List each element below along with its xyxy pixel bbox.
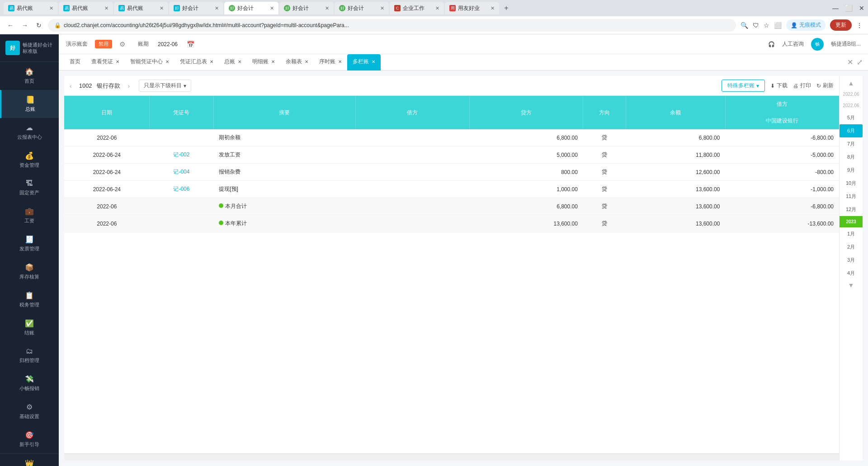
sidebar-item-settings[interactable]: ⚙ 基础设置 — [0, 397, 59, 425]
wuhen-mode-button[interactable]: 👤 无痕模式 — [786, 19, 826, 31]
tab-expand-icon[interactable]: ⤢ — [857, 58, 863, 66]
tab-collapse-left-icon[interactable]: ✕ — [847, 58, 853, 66]
sidebar-item-reports[interactable]: ☁ 云报表中心 — [0, 118, 59, 146]
close-button[interactable]: ✕ — [859, 5, 864, 12]
voucher-link[interactable]: 记-002 — [173, 151, 189, 158]
cell-credit: 6,800.00 — [469, 129, 583, 146]
tab-close-8[interactable]: ✕ — [435, 5, 439, 11]
sidebar-item-member[interactable]: 👑 畅会员 — [0, 454, 59, 466]
tab-sequence-ledger-close[interactable]: ✕ — [338, 59, 342, 64]
browser-tab-6[interactable]: 好 好会计 ✕ — [279, 2, 334, 14]
month-nav-2022-06-1[interactable]: 2022.06 — [840, 89, 863, 100]
tab-close-6[interactable]: ✕ — [325, 5, 329, 11]
browser-tab-3[interactable]: 易 易代账 ✕ — [114, 2, 168, 14]
sidebar-item-invoice[interactable]: 🧾 发票管理 — [0, 230, 59, 258]
tab-close-7[interactable]: ✕ — [380, 5, 384, 11]
tab-voucher-summary[interactable]: 凭证汇总表 ✕ — [175, 54, 219, 71]
reload-button[interactable]: ↻ — [34, 20, 43, 31]
sidebar-item-assets[interactable]: 🏗 固定资产 — [0, 174, 59, 202]
tab-sequence-ledger[interactable]: 序时账 ✕ — [314, 54, 347, 71]
sidebar-item-salary[interactable]: 💼 工资 — [0, 202, 59, 230]
browser-tab-8[interactable]: C 企业工作 ✕ — [390, 2, 444, 14]
calendar-icon[interactable]: 📅 — [187, 41, 194, 48]
month-nav-2022-06-2[interactable]: 2022.06 — [840, 100, 863, 111]
month-nav-oct[interactable]: 10月 — [840, 177, 863, 190]
sidebar-item-tax[interactable]: 📋 税务管理 — [0, 286, 59, 314]
month-nav-sep[interactable]: 9月 — [840, 164, 863, 177]
browser-tab-9[interactable]: 用 用友好业 ✕ — [445, 2, 499, 14]
tab-multi-column[interactable]: 多栏账 ✕ — [347, 54, 381, 71]
tab-close-4[interactable]: ✕ — [215, 5, 219, 11]
tab-smart-voucher[interactable]: 智能凭证中心 ✕ — [125, 54, 175, 71]
month-nav-dec[interactable]: 12月 — [840, 203, 863, 216]
month-nav-up[interactable]: ▲ — [846, 78, 856, 89]
sidebar-item-ledger[interactable]: 📒 总账 — [0, 90, 59, 118]
consult-label[interactable]: 人工咨询 — [782, 40, 804, 48]
tab-balance-sheet[interactable]: 余额表 ✕ — [280, 54, 314, 71]
search-icon[interactable]: 🔍 — [741, 22, 748, 29]
month-nav-feb[interactable]: 2月 — [840, 240, 863, 254]
sidebar-item-close[interactable]: ✅ 结账 — [0, 314, 59, 342]
url-input[interactable]: 🔒 cloud2.chanjet.com/accounting/uh26t264… — [48, 19, 736, 32]
tab-close-3[interactable]: ✕ — [160, 5, 164, 11]
tab-general-ledger[interactable]: 总账 ✕ — [219, 54, 247, 71]
tab-voucher-view-close[interactable]: ✕ — [116, 59, 119, 64]
tab-close-2[interactable]: ✕ — [104, 5, 108, 11]
browser-tab-4[interactable]: 好 好会计 ✕ — [169, 2, 223, 14]
sidebar-item-archive[interactable]: 🗂 归档管理 — [0, 342, 59, 369]
month-nav-july[interactable]: 7月 — [840, 137, 863, 151]
tab-close-9[interactable]: ✕ — [491, 5, 495, 11]
month-nav-nov[interactable]: 11月 — [840, 190, 863, 203]
sidebar-item-expense[interactable]: 💸 小畅报销 — [0, 369, 59, 397]
tab-home[interactable]: 首页 — [64, 54, 86, 71]
month-nav-down[interactable]: ▼ — [846, 280, 856, 291]
tab-close-1[interactable]: ✕ — [49, 5, 53, 11]
maximize-button[interactable]: ⬜ — [845, 5, 853, 12]
menu-icon[interactable]: ⋮ — [856, 22, 863, 29]
tab-voucher-view[interactable]: 查看凭证 ✕ — [86, 54, 125, 71]
star-icon[interactable]: ☆ — [764, 22, 769, 29]
tab-balance-sheet-close[interactable]: ✕ — [305, 59, 308, 64]
special-multicolumn-button[interactable]: 特殊多栏账 ▾ — [722, 80, 765, 92]
tab-close-5[interactable]: ✕ — [270, 5, 274, 11]
ledger-table: 日期 凭证号 摘要 借方 贷方 方向 余额 借方 中国建设银行 — [64, 96, 839, 453]
sidebar-item-home[interactable]: 🏠 首页 — [0, 62, 59, 90]
tab-detail-ledger-close[interactable]: ✕ — [271, 59, 275, 64]
settings-gear-icon[interactable]: ⚙ — [119, 40, 125, 48]
next-account-button[interactable]: › — [127, 82, 130, 89]
sidebar-item-guide[interactable]: 🎯 新手引导 — [0, 425, 59, 453]
browser-tab-2[interactable]: 易 易代账 ✕ — [59, 2, 113, 14]
back-button[interactable]: ← — [5, 20, 15, 31]
tab-detail-ledger[interactable]: 明细账 ✕ — [247, 54, 280, 71]
horizontal-scrollbar[interactable] — [64, 453, 839, 461]
download-button[interactable]: ⬇ 下载 — [770, 82, 788, 89]
browser-tab-5[interactable]: 好 好会计 ✕ — [224, 2, 278, 14]
tab-smart-voucher-close[interactable]: ✕ — [165, 59, 169, 64]
voucher-link[interactable]: 记-004 — [173, 169, 189, 175]
voucher-link[interactable]: 记-006 — [173, 186, 189, 192]
month-nav-mar[interactable]: 3月 — [840, 254, 863, 267]
prev-account-button[interactable]: ‹ — [70, 82, 72, 89]
month-nav-apr[interactable]: 4月 — [840, 267, 863, 280]
month-nav-aug[interactable]: 8月 — [840, 151, 863, 164]
tab-voucher-summary-close[interactable]: ✕ — [210, 59, 213, 64]
extensions-icon[interactable]: ⬜ — [774, 22, 782, 29]
tab-multi-column-close[interactable]: ✕ — [372, 59, 375, 64]
minimize-button[interactable]: — — [832, 5, 839, 12]
refresh-button[interactable]: ↻ 刷新 — [816, 82, 834, 89]
forward-button[interactable]: → — [20, 20, 30, 31]
sub-filter-button[interactable]: 只显示下级科目 ▾ — [139, 80, 191, 92]
print-button[interactable]: 🖨 打印 — [793, 82, 811, 89]
user-avatar[interactable]: 畅 — [811, 38, 824, 51]
browser-tab-7[interactable]: 好 好会计 ✕ — [335, 2, 389, 14]
month-nav-jan[interactable]: 1月 — [840, 227, 863, 240]
month-nav-may[interactable]: 5月 — [840, 111, 863, 124]
tab-general-ledger-close[interactable]: ✕ — [238, 59, 241, 64]
shield-icon[interactable]: 🛡 — [753, 22, 759, 29]
new-tab-button[interactable]: + — [500, 2, 513, 14]
month-nav-june[interactable]: 6月 — [840, 124, 863, 137]
sidebar-item-inventory[interactable]: 📦 库存核算 — [0, 258, 59, 286]
browser-tab-1[interactable]: 易 易代账 ✕ — [4, 2, 58, 14]
update-button[interactable]: 更新 — [830, 19, 852, 31]
sidebar-item-funds[interactable]: 💰 资金管理 — [0, 146, 59, 174]
